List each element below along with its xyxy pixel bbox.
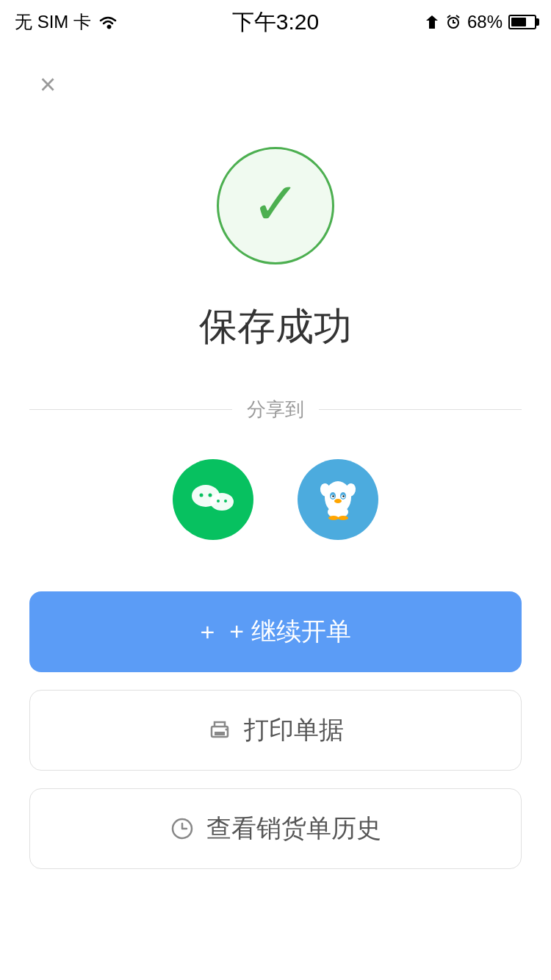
- success-title: 保存成功: [199, 301, 352, 353]
- print-button[interactable]: 打印单据: [29, 690, 522, 771]
- divider-line-left: [29, 409, 232, 410]
- svg-point-19: [338, 516, 348, 520]
- share-buttons-row: [173, 459, 378, 540]
- checkmark-icon: ✓: [251, 175, 300, 234]
- share-divider: 分享到: [0, 397, 551, 422]
- qq-icon: [314, 474, 362, 525]
- share-label: 分享到: [232, 397, 319, 422]
- wechat-share-button[interactable]: [173, 459, 253, 540]
- print-icon: [207, 718, 232, 743]
- svg-point-18: [328, 516, 339, 520]
- history-icon: [170, 816, 195, 841]
- qq-share-button[interactable]: [298, 459, 378, 540]
- history-label: 查看销货单历史: [206, 812, 381, 846]
- history-button[interactable]: 查看销货单历史: [29, 788, 522, 869]
- success-icon-circle: ✓: [217, 147, 334, 264]
- svg-point-4: [208, 493, 212, 497]
- no-sim-text: 无 SIM 卡: [15, 10, 91, 34]
- svg-point-2: [210, 493, 234, 511]
- svg-point-22: [226, 729, 228, 731]
- print-label: 打印单据: [244, 713, 344, 747]
- continue-plus-icon: +: [200, 618, 215, 646]
- battery-icon: [508, 15, 536, 29]
- battery-percent: 68%: [467, 12, 503, 32]
- status-time: 下午3:20: [232, 7, 319, 37]
- close-icon: ×: [40, 71, 56, 98]
- svg-point-17: [334, 499, 342, 503]
- status-bar: 无 SIM 卡 下午3:20 68%: [0, 0, 551, 44]
- alarm-icon: [445, 14, 461, 30]
- status-right: 68%: [425, 12, 536, 32]
- svg-point-5: [217, 500, 220, 502]
- svg-point-15: [332, 495, 334, 497]
- continue-button[interactable]: + + 继续开单: [29, 591, 522, 672]
- action-buttons: + + 继续开单 打印单据 查看销货单历史: [0, 591, 551, 869]
- continue-label: + 继续开单: [229, 615, 350, 649]
- wechat-icon: [190, 480, 237, 520]
- main-content: ✓ 保存成功 分享到: [0, 103, 551, 980]
- svg-point-3: [199, 493, 203, 497]
- divider-line-right: [319, 409, 522, 410]
- svg-point-6: [224, 500, 227, 502]
- close-button[interactable]: ×: [29, 66, 66, 103]
- svg-rect-21: [215, 732, 225, 735]
- wifi-icon: [98, 15, 118, 29]
- status-left: 无 SIM 卡: [15, 10, 118, 34]
- svg-point-16: [342, 495, 344, 497]
- location-icon: [425, 15, 439, 29]
